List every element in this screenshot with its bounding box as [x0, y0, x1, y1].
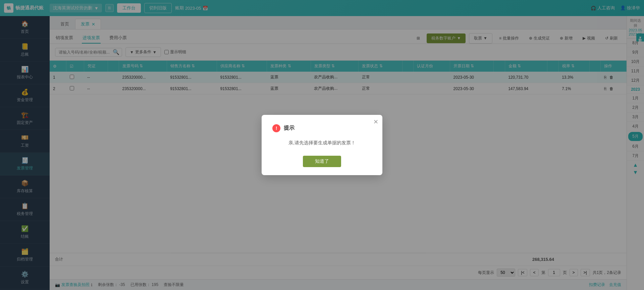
modal-title-row: ! 提示 — [272, 124, 372, 132]
modal-close-button[interactable]: ✕ — [373, 118, 378, 126]
modal-footer: 知道了 — [272, 156, 372, 167]
modal-title: 提示 — [284, 125, 294, 132]
modal-box: ✕ ! 提示 亲,请先选择要生成单据的发票！ 知道了 — [262, 115, 382, 175]
modal-warning-icon: ! — [272, 124, 280, 132]
modal-ok-button[interactable]: 知道了 — [303, 156, 341, 167]
modal-overlay: ✕ ! 提示 亲,请先选择要生成单据的发票！ 知道了 — [0, 0, 644, 290]
modal-body: 亲,请先选择要生成单据的发票！ — [272, 139, 372, 146]
modal-message: 亲,请先选择要生成单据的发票！ — [288, 140, 356, 145]
